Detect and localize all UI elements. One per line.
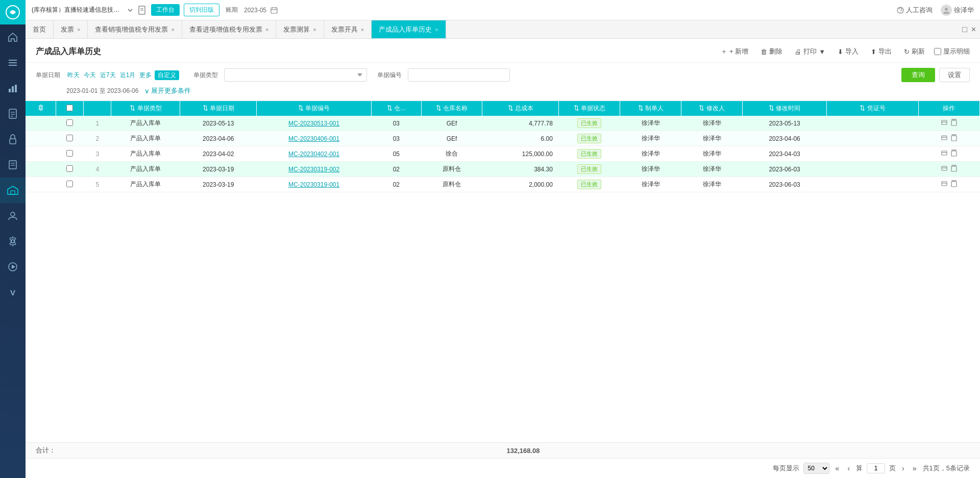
th-modifier[interactable]: ⇅ 修改人 (681, 101, 743, 116)
date-1month[interactable]: 近1月 (119, 70, 137, 80)
cell-checkbox-1[interactable] (56, 131, 84, 146)
cell-checkbox-0[interactable] (56, 116, 84, 131)
sidebar-item-docs[interactable] (0, 152, 26, 178)
cell-doc-no-3[interactable]: MC-20230319-002 (257, 162, 372, 177)
delete-icon-0[interactable] (951, 119, 957, 128)
cell-settings-3[interactable] (26, 162, 56, 177)
sidebar-item-play[interactable] (0, 254, 26, 280)
cell-checkbox-3[interactable] (56, 162, 84, 177)
date-custom[interactable]: 自定义 (155, 70, 179, 80)
company-dropdown-icon[interactable] (128, 8, 133, 13)
tab-check-input[interactable]: 查看进项增值税专用发票 × (182, 20, 276, 38)
tab-invoice-close[interactable]: × (77, 27, 80, 33)
cell-doc-no-0[interactable]: MC-20230513-001 (257, 116, 372, 131)
app-logo[interactable] (0, 0, 26, 24)
delete-icon-4[interactable] (951, 180, 957, 189)
th-creator[interactable]: ⇅ 制单人 (620, 101, 681, 116)
tab-calc-close[interactable]: × (313, 27, 316, 33)
setting-button[interactable]: 设置 (939, 68, 970, 82)
cell-doc-no-1[interactable]: MC-20230406-001 (257, 131, 372, 146)
sidebar-item-gear[interactable] (0, 229, 26, 254)
window-restore-icon[interactable]: □ (962, 25, 967, 34)
tab-open-close[interactable]: × (361, 27, 364, 33)
th-voucher[interactable]: ⇅ 凭证号 (827, 101, 919, 116)
edit-icon-0[interactable] (941, 119, 948, 128)
date-more[interactable]: 更多 (138, 70, 153, 80)
tab-check-output[interactable]: 查看销项增值税专用发票 × (88, 20, 182, 38)
tab-home[interactable]: 首页 (26, 20, 54, 38)
tab-invoice[interactable]: 发票 × (54, 20, 88, 38)
page-input[interactable] (867, 463, 885, 473)
sidebar-item-warehouse[interactable] (0, 178, 26, 203)
table-wrapper[interactable]: ⇅ 单据类型 ⇅ 单据日期 ⇅ 单据编号 ⇅ 仓... ⇅ 仓库名称 (26, 101, 980, 442)
select-all-checkbox[interactable] (66, 105, 73, 111)
row-checkbox-4[interactable] (66, 181, 73, 187)
cell-doc-no-4[interactable]: MC-20230319-001 (257, 177, 372, 192)
row-checkbox-0[interactable] (66, 119, 73, 126)
print-button[interactable]: 🖨 打印 ▼ (792, 45, 828, 58)
edit-icon-2[interactable] (941, 149, 948, 158)
doc-no-input[interactable] (408, 68, 510, 82)
th-total-cost[interactable]: ⇅ 总成本 (482, 101, 559, 116)
tab-open[interactable]: 发票开具 × (324, 20, 372, 38)
row-checkbox-3[interactable] (66, 165, 73, 172)
export-button[interactable]: ⬆ 导出 (868, 45, 895, 58)
th-wh-code[interactable]: ⇅ 仓... (372, 101, 421, 116)
import-button[interactable]: ⬇ 导入 (835, 45, 862, 58)
th-doc-date[interactable]: ⇅ 单据日期 (180, 101, 257, 116)
cell-checkbox-2[interactable] (56, 146, 84, 162)
support-area[interactable]: 人工咨询 (897, 6, 933, 15)
tab-product-history[interactable]: 产成品入库单历史 × (372, 20, 446, 38)
cell-settings-1[interactable] (26, 131, 56, 146)
sidebar-item-chart[interactable] (0, 76, 26, 101)
row-checkbox-1[interactable] (66, 135, 73, 141)
cell-settings-0[interactable] (26, 116, 56, 131)
sidebar-item-v[interactable]: V (0, 280, 26, 305)
date-today[interactable]: 今天 (83, 70, 97, 80)
query-button[interactable]: 查询 (901, 68, 935, 82)
row-checkbox-2[interactable] (66, 150, 73, 157)
doc-type-select[interactable]: 产品入库单 (224, 68, 367, 82)
edit-icon-3[interactable] (941, 165, 948, 173)
edit-icon-1[interactable] (941, 134, 948, 143)
tab-product-history-close[interactable]: × (435, 27, 438, 33)
document-icon[interactable] (137, 5, 147, 15)
th-doc-type[interactable]: ⇅ 单据类型 (111, 101, 180, 116)
last-page-button[interactable]: » (911, 463, 919, 473)
sidebar-item-lock[interactable] (0, 127, 26, 152)
sidebar-item-menu[interactable] (0, 50, 26, 76)
th-checkbox[interactable] (56, 101, 84, 116)
date-7days[interactable]: 近7天 (99, 70, 117, 80)
cell-checkbox-4[interactable] (56, 177, 84, 192)
tab-check-output-close[interactable]: × (171, 27, 174, 33)
calendar-icon[interactable] (271, 7, 278, 14)
th-doc-no[interactable]: ⇅ 单据编号 (257, 101, 372, 116)
first-page-button[interactable]: « (834, 463, 842, 473)
delete-icon-2[interactable] (951, 149, 957, 158)
refresh-button[interactable]: ↻ 刷新 (901, 45, 928, 58)
workspace-button[interactable]: 工作台 (151, 4, 180, 16)
window-close-icon[interactable]: × (971, 25, 976, 34)
cell-settings-2[interactable] (26, 146, 56, 162)
tab-check-input-close[interactable]: × (265, 27, 268, 33)
show-detail-checkbox[interactable] (934, 48, 941, 55)
delete-icon-3[interactable] (951, 165, 957, 173)
user-avatar-area[interactable]: 徐泽华 (941, 5, 974, 16)
switch-old-button[interactable]: 切到旧版 (184, 4, 219, 16)
next-page-button[interactable]: › (900, 463, 906, 473)
sidebar-item-home[interactable] (0, 24, 26, 50)
prev-page-button[interactable]: ‹ (845, 463, 852, 473)
th-wh-name[interactable]: ⇅ 仓库名称 (421, 101, 482, 116)
th-settings[interactable] (26, 101, 56, 116)
expand-filter-button[interactable]: ∨ 展开更多条件 (144, 86, 191, 95)
page-size-select[interactable]: 20 50 100 (803, 463, 829, 474)
cell-doc-no-2[interactable]: MC-20230402-001 (257, 146, 372, 162)
delete-button[interactable]: 🗑 删除 (757, 45, 786, 58)
tab-calc[interactable]: 发票测算 × (276, 20, 324, 38)
date-yesterday[interactable]: 昨天 (66, 70, 81, 80)
sidebar-item-invoice[interactable] (0, 101, 26, 127)
th-doc-status[interactable]: ⇅ 单据状态 (559, 101, 620, 116)
sidebar-item-person[interactable] (0, 203, 26, 229)
cell-settings-4[interactable] (26, 177, 56, 192)
delete-icon-1[interactable] (951, 134, 957, 143)
